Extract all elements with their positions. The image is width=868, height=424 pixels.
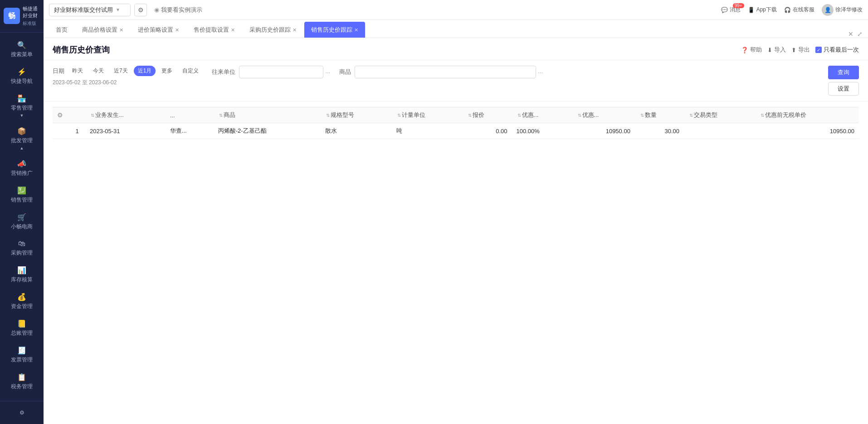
tab-label-sales-history: 销售历史价跟踪 xyxy=(311,26,352,34)
query-button[interactable]: 查询 xyxy=(828,66,859,79)
topbar-settings-button[interactable]: ⚙ xyxy=(134,4,147,16)
col-header-unit: ⇅计量单位 xyxy=(392,107,463,123)
page-header-actions: ❓ 帮助 ⬇ 导入 ⬆ 导出 只看最后一次 xyxy=(741,46,859,54)
col-header-more_col: ... xyxy=(166,107,214,123)
user-name: 徐泽华修改 xyxy=(835,6,863,14)
app-download-button[interactable]: 📱 App下载 xyxy=(748,6,777,14)
sidebar-item-purchase-mgmt[interactable]: 🛍采购管理 xyxy=(0,235,44,261)
sort-icon-biz_date[interactable]: ⇅ xyxy=(91,113,94,118)
col-header-biz_date: ⇅业务发生... xyxy=(85,107,166,123)
mobile-icon: 📱 xyxy=(748,7,755,13)
sidebar-item-general-ledger[interactable]: 📒总账管理 xyxy=(0,315,44,342)
product-input[interactable] xyxy=(355,66,536,78)
sidebar-item-label-wholesale-mgmt: 批发管理 xyxy=(11,137,33,145)
sort-icon-discount_price[interactable]: ⇅ xyxy=(578,113,581,118)
tab-close-purchase-history[interactable]: ✕ xyxy=(293,27,297,33)
filter-actions: 查询 设置 xyxy=(828,66,859,96)
sidebar-item-ecommerce-mgmt[interactable]: 🖥电商管理 xyxy=(0,395,44,401)
tab-home[interactable]: 首页 xyxy=(49,22,74,38)
date-btn-自定义[interactable]: 自定义 xyxy=(178,66,203,76)
sidebar: 畅 畅捷通好业财 标准版 🔍搜索菜单⚡快捷导航🏪零售管理▼📦批发管理▲📣营销推广… xyxy=(0,0,44,424)
source-unit-more-button[interactable]: ··· xyxy=(325,69,330,76)
col-header-product: ⇅商品 xyxy=(214,107,321,123)
tab-purchase-history[interactable]: 采购历史价跟踪 ✕ xyxy=(243,22,303,38)
tab-label-sale-extract: 售价提取设置 xyxy=(194,26,229,34)
expand-arrow-icon: ▼ xyxy=(20,113,24,118)
date-btn-今天[interactable]: 今天 xyxy=(89,66,108,76)
tab-sale-extract[interactable]: 售价提取设置 ✕ xyxy=(187,22,242,38)
source-unit-input[interactable] xyxy=(239,66,323,78)
cell-discount_price: 10950.00 xyxy=(572,123,635,139)
demo-link[interactable]: ◉ 我要看实例演示 xyxy=(154,6,202,14)
col-header-settings[interactable]: ⚙ xyxy=(53,107,69,123)
sidebar-item-label-search-menu: 搜索菜单 xyxy=(11,51,33,58)
date-filter: 日期 昨天今天近7天近1月更多自定义 2023-05-02 至 2023-06-… xyxy=(53,66,203,87)
date-btn-近1月[interactable]: 近1月 xyxy=(134,66,156,76)
sort-icon-product[interactable]: ⇅ xyxy=(219,113,223,118)
only-last-label: 只看最后一次 xyxy=(824,46,859,54)
tab-close-sales-history[interactable]: ✕ xyxy=(354,27,358,33)
date-btn-更多[interactable]: 更多 xyxy=(157,66,176,76)
sidebar-item-settings[interactable]: ⚙ xyxy=(0,406,44,419)
user-menu[interactable]: 👤 徐泽华修改 xyxy=(822,4,863,16)
product-filter: 商品 ··· xyxy=(339,66,543,78)
tab-product-price[interactable]: 商品价格设置 ✕ xyxy=(75,22,130,38)
sort-icon-unit[interactable]: ⇅ xyxy=(397,113,401,118)
date-buttons: 昨天今天近7天近1月更多自定义 xyxy=(68,66,203,76)
sidebar-item-quick-nav[interactable]: ⚡快捷导航 xyxy=(0,63,44,90)
sidebar-item-inventory[interactable]: 📊库存核算 xyxy=(0,261,44,288)
import-button[interactable]: ⬇ 导入 xyxy=(767,46,786,54)
sidebar-bottom: ⚙ xyxy=(0,401,44,424)
sort-icon-spec[interactable]: ⇅ xyxy=(326,113,330,118)
sort-icon-quoted_price[interactable]: ⇅ xyxy=(468,113,472,118)
window-close-button[interactable]: ✕ xyxy=(848,30,853,38)
sidebar-item-ecommerce-small[interactable]: 🛒小畅电商 xyxy=(0,208,44,235)
online-service-button[interactable]: 🎧 在线客服 xyxy=(784,6,814,14)
messages-badge: 99+ xyxy=(733,3,744,8)
sidebar-item-label-inventory: 库存核算 xyxy=(11,276,33,284)
inventory-icon: 📊 xyxy=(17,266,26,275)
sidebar-item-tax-mgmt[interactable]: 📋税务管理 xyxy=(0,368,44,395)
table-settings-icon[interactable]: ⚙ xyxy=(57,111,63,119)
only-last-checkbox[interactable] xyxy=(815,47,822,53)
messages-button[interactable]: 💬 消息 99+ xyxy=(721,6,741,14)
tab-close-product-price[interactable]: ✕ xyxy=(119,27,123,33)
tab-purchase-strategy[interactable]: 进价策略设置 ✕ xyxy=(131,22,186,38)
sidebar-item-search-menu[interactable]: 🔍搜索菜单 xyxy=(0,36,44,63)
sort-icon-trade_type[interactable]: ⇅ xyxy=(689,113,693,118)
marketing-icon: 📣 xyxy=(17,159,26,168)
date-btn-昨天[interactable]: 昨天 xyxy=(68,66,87,76)
cell-quoted_price: 0.00 xyxy=(463,123,512,139)
sort-icon-pretax_price[interactable]: ⇅ xyxy=(761,113,764,118)
sidebar-item-label-purchase-mgmt: 采购管理 xyxy=(11,249,33,257)
help-label: 帮助 xyxy=(750,46,762,54)
expand-arrow-icon: ▲ xyxy=(20,146,24,150)
source-unit-filter: 往来单位 ··· xyxy=(212,66,330,78)
window-maximize-button[interactable]: ⤢ xyxy=(857,30,863,38)
tab-close-sale-extract[interactable]: ✕ xyxy=(231,27,235,33)
avatar: 👤 xyxy=(822,4,834,16)
tab-sales-history[interactable]: 销售历史价跟踪 ✕ xyxy=(304,22,365,38)
sidebar-item-label-retail-mgmt: 零售管理 xyxy=(11,104,33,112)
message-icon: 💬 xyxy=(721,7,728,13)
sidebar-item-label-tax-mgmt: 税务管理 xyxy=(11,383,33,390)
sidebar-item-label-invoice-mgmt: 发票管理 xyxy=(11,356,33,364)
settings-button[interactable]: 设置 xyxy=(828,82,859,96)
sidebar-item-marketing[interactable]: 📣营销推广 xyxy=(0,155,44,182)
tab-close-purchase-strategy[interactable]: ✕ xyxy=(175,27,179,33)
sidebar-item-invoice-mgmt[interactable]: 🧾发票管理 xyxy=(0,342,44,368)
sidebar-item-sales-mgmt[interactable]: 💹销售管理 xyxy=(0,182,44,208)
sort-icon-quantity[interactable]: ⇅ xyxy=(640,113,644,118)
table-head: ⚙⇅业务发生......⇅商品⇅规格型号⇅计量单位⇅报价⇅优惠...⇅优惠...… xyxy=(53,107,859,123)
sidebar-item-wholesale-mgmt[interactable]: 📦批发管理▲ xyxy=(0,122,44,155)
sidebar-item-finance[interactable]: 💰资金管理 xyxy=(0,288,44,315)
help-button[interactable]: ❓ 帮助 xyxy=(741,46,762,54)
sort-icon-discount_rate[interactable]: ⇅ xyxy=(517,113,521,118)
product-more-button[interactable]: ··· xyxy=(538,69,543,76)
col-label-product: 商品 xyxy=(224,111,235,119)
export-button[interactable]: ⬆ 导出 xyxy=(791,46,810,54)
date-btn-近7天[interactable]: 近7天 xyxy=(110,66,132,76)
sidebar-item-retail-mgmt[interactable]: 🏪零售管理▼ xyxy=(0,90,44,122)
company-selector[interactable]: 好业财标准版交付试用 ▼ xyxy=(49,4,131,16)
only-last-checkbox-group[interactable]: 只看最后一次 xyxy=(815,46,859,54)
